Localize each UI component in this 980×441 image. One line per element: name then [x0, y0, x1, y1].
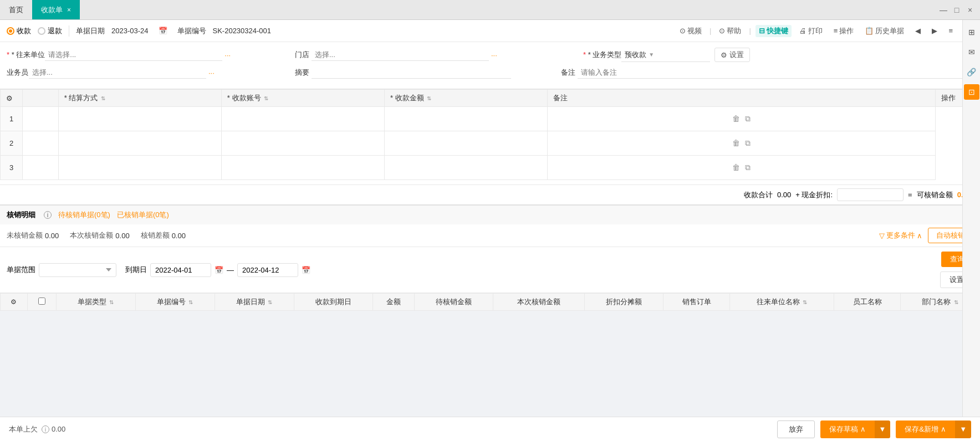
operations-action[interactable]: ≡ 操作 — [830, 25, 858, 37]
minimize-button[interactable]: — — [939, 6, 948, 14]
col-gear-bottom[interactable]: ⚙ — [1, 294, 28, 311]
salesperson-input[interactable] — [29, 66, 206, 79]
done-docs-tag[interactable]: 已核销单据(0笔) — [117, 210, 169, 220]
col-doc-type: 单据类型 ⇅ — [56, 294, 135, 311]
cell-remark-2[interactable] — [384, 131, 547, 156]
col-pending-verify: 待核销金额 — [414, 294, 493, 311]
sidebar-screenshot-icon[interactable]: ⊡ — [964, 84, 979, 100]
prev-nav[interactable]: ◀ — [912, 25, 924, 36]
sort-doc-date-icon[interactable]: ⇅ — [268, 299, 272, 305]
cell-amount-1[interactable] — [221, 107, 384, 131]
business-type-field: * 业务类型 预收款 ▼ ⚙ 设置 — [583, 48, 750, 62]
save-new-arrow-button[interactable]: ▼ — [955, 421, 971, 438]
delete-icon-2[interactable]: 🗑 — [732, 139, 740, 147]
radio-refund[interactable]: 退款 — [38, 26, 62, 36]
diff-label: 核销差额 — [141, 230, 170, 240]
current-bill-label: 本单上欠 — [9, 424, 38, 434]
col-gear-header[interactable]: ⚙ — [1, 90, 23, 107]
tab-home[interactable]: 首页 — [0, 0, 32, 19]
shortcut-action[interactable]: ⊟ 快捷键 — [756, 25, 792, 37]
col-doc-number: 单据编号 ⇅ — [135, 294, 215, 311]
maximize-button[interactable]: □ — [952, 6, 961, 14]
summary-row: 收款合计 0.00 + 现金折扣: = 可核销金额 0.00 — [0, 184, 980, 204]
business-type-label: * 业务类型 — [583, 50, 621, 60]
col-amount: 金额 — [372, 294, 414, 311]
cell-remark-3[interactable] — [384, 156, 547, 180]
calendar-from-icon[interactable]: 📅 — [215, 266, 223, 274]
table-row: 2 🗑 ⧉ — [1, 131, 980, 156]
calendar-icon[interactable]: 📅 — [155, 25, 171, 37]
radio-receipt[interactable]: 收款 — [7, 26, 31, 36]
col-checkbox[interactable] — [27, 294, 56, 311]
cell-account-1[interactable] — [58, 107, 221, 131]
verify-stats-row: 未核销金额 0.00 本次核销金额 0.00 核销差额 0.00 ▽ 更多条件 … — [0, 224, 980, 247]
copy-icon-2[interactable]: ⧉ — [745, 139, 751, 147]
delete-icon-3[interactable]: 🗑 — [732, 163, 740, 172]
sort-counterparty-icon[interactable]: ⇅ — [803, 299, 807, 305]
chevron-up-icon: ∧ — [917, 232, 922, 240]
save-draft-button[interactable]: 保存草稿 ∧ — [820, 421, 875, 438]
chevron-up-new-icon: ∧ — [941, 425, 946, 433]
close-button[interactable]: × — [966, 6, 974, 14]
discount-input[interactable] — [837, 188, 904, 201]
sidebar-email-icon[interactable]: ✉ — [964, 44, 979, 60]
cell-settlement-2[interactable] — [23, 131, 59, 156]
save-new-button[interactable]: 保存&新增 ∧ — [896, 421, 955, 438]
abandon-button[interactable]: 放弃 — [777, 421, 815, 438]
sidebar-attachment-icon[interactable]: 🔗 — [964, 64, 979, 80]
more-conditions-link[interactable]: ▽ 更多条件 ∧ — [879, 230, 922, 240]
settings-button[interactable]: ⚙ 设置 — [714, 48, 750, 62]
info-icon[interactable]: i — [44, 211, 52, 219]
video-action[interactable]: ⊙ 视频 — [676, 25, 705, 37]
divider-1 — [69, 25, 69, 37]
sort-amount-icon[interactable]: ⇅ — [427, 95, 431, 101]
filter-row: 单据范围 到期日 📅 — 📅 查询 设置 — [0, 247, 980, 293]
save-draft-arrow-button[interactable]: ▼ — [875, 421, 891, 438]
list-view[interactable]: ≡ — [945, 25, 956, 36]
select-all-checkbox[interactable] — [38, 298, 45, 305]
store-input[interactable] — [312, 49, 489, 61]
summary-input[interactable] — [312, 66, 511, 79]
delete-icon-1[interactable]: 🗑 — [732, 114, 740, 123]
date-to-input[interactable] — [237, 263, 298, 277]
tab-current[interactable]: 收款单 × — [32, 0, 80, 19]
cell-remark-1[interactable] — [384, 107, 547, 131]
shortcut-icon: ⊟ — [759, 27, 765, 35]
sidebar-table-icon[interactable]: ⊞ — [964, 24, 979, 40]
history-action[interactable]: 📋 历史单据 — [861, 25, 907, 37]
sort-doc-type-icon[interactable]: ⇅ — [109, 299, 114, 305]
cell-account-2[interactable] — [58, 131, 221, 156]
next-nav[interactable]: ▶ — [928, 25, 941, 36]
cell-amount-3[interactable] — [221, 156, 384, 180]
business-type-select[interactable]: 预收款 ▼ — [621, 48, 710, 62]
store-more-icon[interactable]: ··· — [491, 51, 497, 59]
counterparty-more-icon[interactable]: ··· — [224, 51, 231, 59]
date-from-input[interactable] — [150, 263, 211, 277]
print-action[interactable]: 🖨 打印 — [796, 25, 826, 37]
cell-amount-2[interactable] — [221, 131, 384, 156]
tab-bar: 首页 收款单 × — □ × — [0, 0, 980, 20]
salesperson-more-icon[interactable]: ··· — [208, 69, 215, 77]
copy-icon-3[interactable]: ⧉ — [745, 163, 751, 172]
sort-account-icon[interactable]: ⇅ — [264, 95, 268, 101]
footer-info-icon[interactable]: i — [42, 425, 49, 433]
doc-range-select[interactable] — [39, 263, 116, 277]
calendar-to-icon[interactable]: 📅 — [302, 266, 310, 274]
business-type-value: 预收款 — [625, 50, 646, 60]
sort-settlement-icon[interactable]: ⇅ — [101, 95, 105, 101]
cell-settlement-3[interactable] — [23, 156, 59, 180]
sort-doc-number-icon[interactable]: ⇅ — [188, 299, 193, 305]
cell-settlement-1[interactable] — [23, 107, 59, 131]
main-content: * 往来单位 ··· 门店 ··· * 业务类型 预收款 ▼ ⚙ — [0, 42, 980, 335]
tab-close-icon[interactable]: × — [67, 6, 71, 14]
help-action[interactable]: ⊙ 帮助 — [716, 25, 744, 37]
cell-ops-1: 🗑 ⧉ — [548, 107, 936, 131]
equals-sign: = — [908, 191, 912, 199]
footer-actions: 放弃 保存草稿 ∧ ▼ 保存&新增 ∧ ▼ — [777, 421, 971, 438]
pending-docs-tag[interactable]: 待核销单据(0笔) — [58, 210, 110, 220]
counterparty-input[interactable] — [45, 49, 222, 61]
copy-icon-1[interactable]: ⧉ — [745, 114, 751, 123]
cell-account-3[interactable] — [58, 156, 221, 180]
remark-input[interactable] — [578, 66, 973, 79]
sort-dept-icon[interactable]: ⇅ — [954, 299, 958, 305]
